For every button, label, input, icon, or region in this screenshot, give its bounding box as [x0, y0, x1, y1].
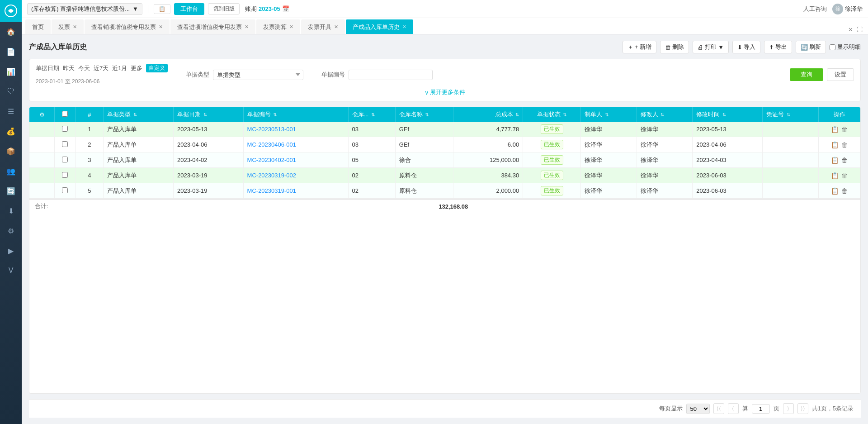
- tab-purchase-invoice-close[interactable]: ✕: [245, 24, 249, 30]
- col-checkbox-all[interactable]: [55, 107, 75, 122]
- col-maker[interactable]: 制单人 ⇅: [580, 107, 637, 122]
- last-page-btn[interactable]: ⟩⟩: [797, 403, 808, 414]
- tab-expand-icon[interactable]: ⛶: [857, 26, 863, 33]
- row-delete-icon[interactable]: 🗑: [841, 141, 848, 148]
- col-code[interactable]: 单据编号 ⇅: [243, 107, 348, 122]
- filter-1month[interactable]: 近1月: [112, 64, 127, 72]
- filter-yesterday[interactable]: 昨天: [63, 64, 75, 72]
- col-whname[interactable]: 仓库名称 ⇅: [395, 107, 453, 122]
- row-edit-icon[interactable]: 📋: [831, 157, 839, 164]
- col-type[interactable]: 单据类型 ⇅: [104, 107, 174, 122]
- user-area[interactable]: 徐 徐泽华: [832, 4, 863, 14]
- row-code[interactable]: MC-20230406-001: [243, 137, 348, 152]
- filter-number-input[interactable]: [349, 70, 433, 80]
- filter-more[interactable]: 更多: [131, 64, 142, 72]
- row-code-link[interactable]: MC-20230319-001: [247, 187, 296, 194]
- tab-more-icon[interactable]: ✕: [848, 26, 853, 33]
- select-all-checkbox[interactable]: [62, 111, 68, 117]
- sidebar-item-v[interactable]: V: [0, 261, 22, 281]
- row-code-link[interactable]: MC-20230402-001: [247, 157, 296, 163]
- sidebar-item-gear[interactable]: ⚙: [0, 221, 22, 241]
- sidebar-item-shield[interactable]: 🛡: [0, 81, 22, 101]
- row-checkbox[interactable]: [62, 187, 68, 193]
- tab-invoice-close[interactable]: ✕: [73, 24, 77, 30]
- show-detail-checkbox[interactable]: [830, 44, 835, 50]
- delete-btn[interactable]: 🗑 删除: [660, 41, 689, 53]
- page-input[interactable]: [752, 404, 770, 414]
- row-edit-icon[interactable]: 📋: [831, 126, 839, 133]
- sidebar-item-doc[interactable]: 📄: [0, 42, 22, 62]
- col-wh[interactable]: 仓库... ⇅: [348, 107, 395, 122]
- set-btn[interactable]: 设置: [827, 68, 854, 81]
- row-code-link[interactable]: MC-20230406-001: [247, 141, 296, 148]
- row-checkbox[interactable]: [62, 126, 68, 132]
- tab-history[interactable]: 产成品入库单历史 ✕: [346, 19, 413, 34]
- help-link[interactable]: 人工咨询: [803, 5, 827, 13]
- per-page-select[interactable]: 50 10 20 100: [686, 404, 710, 414]
- sidebar-item-refresh[interactable]: 🔄: [0, 181, 22, 201]
- tab-sales-invoice[interactable]: 查看销项增值税专用发票 ✕: [85, 19, 170, 34]
- sidebar-item-chart[interactable]: 📊: [0, 62, 22, 81]
- workbench-btn[interactable]: 工作台: [174, 3, 204, 15]
- import-btn[interactable]: ⬇ 导入: [732, 41, 760, 53]
- sidebar-item-play[interactable]: ▶: [0, 241, 22, 261]
- sidebar-item-wallet[interactable]: 💰: [0, 121, 22, 141]
- export-btn[interactable]: ⬆ 导出: [764, 41, 792, 53]
- sidebar-item-box[interactable]: 📦: [0, 141, 22, 161]
- filter-expand-btn[interactable]: ∨ 展开更多条件: [425, 88, 465, 96]
- row-code[interactable]: MC-20230319-001: [243, 183, 348, 199]
- sidebar-item-people[interactable]: 👥: [0, 161, 22, 181]
- col-voucher[interactable]: 凭证号 ⇅: [762, 107, 818, 122]
- row-delete-icon[interactable]: 🗑: [841, 172, 848, 179]
- first-page-btn[interactable]: ⟨⟨: [713, 403, 724, 414]
- refresh-btn[interactable]: 🔄 刷新: [796, 41, 826, 53]
- row-delete-icon[interactable]: 🗑: [841, 187, 848, 195]
- tab-issue[interactable]: 发票开具 ✕: [301, 19, 345, 34]
- new-btn[interactable]: ＋ + 新增: [623, 41, 656, 53]
- print-btn[interactable]: 🖨 打印 ▼: [693, 41, 729, 53]
- row-delete-icon[interactable]: 🗑: [841, 157, 848, 164]
- col-date[interactable]: 单据日期 ⇅: [173, 107, 243, 122]
- filter-custom[interactable]: 自定义: [146, 64, 168, 72]
- tab-calc-close[interactable]: ✕: [289, 24, 293, 30]
- row-checkbox[interactable]: [62, 157, 68, 162]
- sidebar-item-home[interactable]: 🏠: [0, 22, 22, 42]
- tab-history-close[interactable]: ✕: [402, 24, 406, 30]
- row-edit-icon[interactable]: 📋: [831, 172, 839, 179]
- col-cost[interactable]: 总成本 ⇅: [453, 107, 523, 122]
- row-code-link[interactable]: MC-20230319-002: [247, 172, 296, 179]
- next-page-btn[interactable]: ⟩: [783, 403, 794, 414]
- prev-page-btn[interactable]: ⟨: [728, 403, 739, 414]
- app-selector[interactable]: (库存核算) 直播轻纯通信息技术股份... ▼: [27, 3, 142, 15]
- row-code[interactable]: MC-20230402-001: [243, 152, 348, 168]
- tab-issue-close[interactable]: ✕: [334, 24, 338, 30]
- tab-purchase-invoice[interactable]: 查看进项增值税专用发票 ✕: [170, 19, 255, 34]
- period-calendar-icon[interactable]: 📅: [282, 5, 289, 12]
- switch-version-btn[interactable]: 切到旧版: [208, 3, 240, 14]
- tab-home[interactable]: 首页: [25, 19, 51, 34]
- show-detail-toggle[interactable]: 显示明细: [830, 43, 861, 51]
- filter-7days[interactable]: 近7天: [94, 64, 108, 72]
- row-editor: 徐泽华: [637, 152, 693, 168]
- doc-icon-btn[interactable]: 📋: [154, 4, 170, 14]
- row-code[interactable]: MC-20230319-002: [243, 168, 348, 183]
- row-checkbox[interactable]: [62, 172, 68, 178]
- col-editor[interactable]: 修改人 ⇅: [637, 107, 693, 122]
- tab-sales-invoice-close[interactable]: ✕: [159, 24, 163, 30]
- row-code-link[interactable]: MC-20230513-001: [247, 126, 296, 133]
- sidebar-item-list[interactable]: ☰: [0, 101, 22, 121]
- row-edit-icon[interactable]: 📋: [831, 187, 839, 195]
- row-code[interactable]: MC-20230513-001: [243, 122, 348, 137]
- filter-type-select[interactable]: 单据类型: [213, 70, 303, 80]
- col-edittime[interactable]: 修改时间 ⇅: [693, 107, 763, 122]
- col-settings[interactable]: ⚙: [29, 107, 55, 122]
- row-checkbox[interactable]: [62, 141, 68, 147]
- col-status[interactable]: 单据状态 ⇅: [523, 107, 581, 122]
- tab-invoice[interactable]: 发票 ✕: [52, 19, 84, 34]
- sidebar-item-download[interactable]: ⬇: [0, 201, 22, 221]
- filter-today[interactable]: 今天: [78, 64, 90, 72]
- tab-calc[interactable]: 发票测算 ✕: [256, 19, 300, 34]
- query-btn[interactable]: 查询: [790, 68, 823, 81]
- row-edit-icon[interactable]: 📋: [831, 141, 839, 148]
- row-delete-icon[interactable]: 🗑: [841, 126, 848, 133]
